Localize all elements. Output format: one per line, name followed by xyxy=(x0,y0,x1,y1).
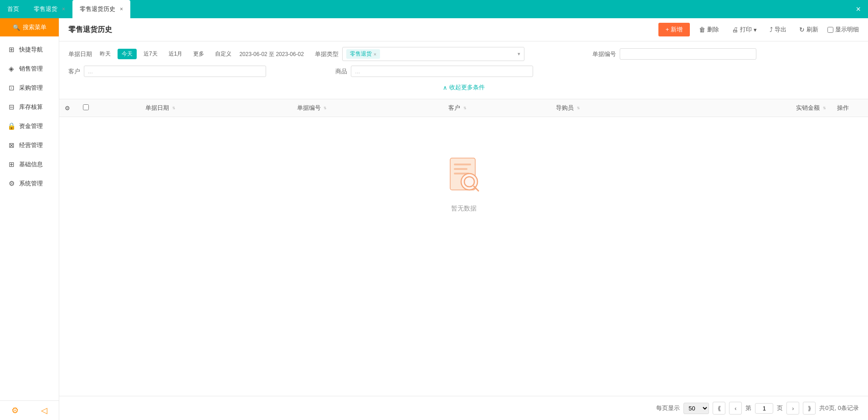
date-btn-7days[interactable]: 近7天 xyxy=(139,49,162,59)
page-header: 零售退货历史 + 新增 🗑 删除 🖨 打印 ▾ ⤴ 导出 ↻ xyxy=(59,18,868,41)
main-layout: 🔍 搜索菜单 ⊞ 快捷导航 ◈ 销售管理 ⊡ 采购管理 ⊟ 库存核算 🔒 资金 xyxy=(0,18,868,420)
doctype-filter-label: 单据类型 xyxy=(315,50,339,58)
sort-guide-icon[interactable]: ⇅ xyxy=(577,106,580,110)
tab-return-history-label: 零售退货历史 xyxy=(80,5,115,13)
date-btn-1month[interactable]: 近1月 xyxy=(164,49,187,59)
sort-customer-icon[interactable]: ⇅ xyxy=(463,106,467,110)
delete-icon: 🗑 xyxy=(699,26,705,33)
first-page-btn[interactable]: ⟪ xyxy=(713,402,725,415)
next-page-btn[interactable]: › xyxy=(786,402,799,415)
sidebar-item-purchase-label: 采购管理 xyxy=(19,84,43,92)
prev-page-btn[interactable]: ‹ xyxy=(729,402,742,415)
doctype-select-arrow: ▾ xyxy=(518,51,520,57)
tab-return-history[interactable]: 零售退货历史 × xyxy=(72,0,130,18)
refresh-button[interactable]: ↻ 刷新 xyxy=(796,24,822,36)
top-nav-close[interactable]: × xyxy=(856,5,868,14)
sidebar-item-quicknav[interactable]: ⊞ 快捷导航 xyxy=(0,40,59,59)
sidebar-search[interactable]: 🔍 搜索菜单 xyxy=(0,18,59,36)
export-label: 导出 xyxy=(775,26,786,34)
customer-select[interactable]: ... xyxy=(84,66,266,77)
quicknav-icon: ⊞ xyxy=(7,46,15,54)
goods-placeholder: ... xyxy=(355,68,360,75)
display-detail-label: 显示明细 xyxy=(835,26,859,34)
tab-return-close[interactable]: × xyxy=(62,6,65,12)
docno-input[interactable] xyxy=(620,48,756,60)
docno-filter-label: 单据编号 xyxy=(592,50,616,58)
date-range-display: 2023-06-02 至 2023-06-02 xyxy=(239,51,303,58)
th-date: 单据日期 ⇅ xyxy=(140,99,291,117)
display-detail-checkbox[interactable] xyxy=(827,27,833,33)
th-checkbox-col xyxy=(77,99,140,117)
date-btn-custom[interactable]: 自定义 xyxy=(211,49,236,59)
collapse-btn[interactable]: ∧ 收起更多条件 xyxy=(68,82,859,93)
tab-home[interactable]: 首页 xyxy=(0,0,26,18)
th-docno: 单据编号 ⇅ xyxy=(292,99,443,117)
inventory-icon: ⊟ xyxy=(7,103,15,111)
th-customer-label: 客户 xyxy=(448,104,460,111)
export-button[interactable]: ⤴ 导出 xyxy=(766,24,790,36)
page-jump-label: 第 xyxy=(745,404,751,412)
sidebar-item-purchase[interactable]: ⊡ 采购管理 xyxy=(0,78,59,97)
goods-filter-label: 商品 xyxy=(335,67,347,76)
content-area: 零售退货历史 + 新增 🗑 删除 🖨 打印 ▾ ⤴ 导出 ↻ xyxy=(59,18,868,420)
collapse-label: 收起更多条件 xyxy=(449,83,485,92)
settings-bottom-icon[interactable]: ⚙ xyxy=(11,405,19,415)
empty-text: 暂无数据 xyxy=(451,205,477,213)
sidebar-item-capital[interactable]: 🔒 资金管理 xyxy=(0,117,59,136)
print-button[interactable]: 🖨 打印 ▾ xyxy=(728,24,760,36)
sidebar-item-capital-label: 资金管理 xyxy=(19,122,43,130)
refresh-icon: ↻ xyxy=(799,26,805,33)
sidebar-bottom: ⚙ ◁ xyxy=(0,400,59,420)
doctype-tag-remove[interactable]: × xyxy=(374,51,376,57)
th-date-label: 单据日期 xyxy=(145,104,169,111)
tab-return-history-close[interactable]: × xyxy=(120,6,123,12)
select-all-checkbox[interactable] xyxy=(83,104,89,110)
sidebar-item-system[interactable]: ⚙ 系统管理 xyxy=(0,174,59,193)
doctype-select[interactable]: 零售退货 × ▾ xyxy=(342,47,524,61)
th-guide: 导购员 ⇅ xyxy=(550,99,680,117)
delete-button[interactable]: 🗑 删除 xyxy=(695,24,723,36)
top-nav: 首页 零售退货 × 零售退货历史 × × xyxy=(0,0,868,18)
date-filter-label: 单据日期 xyxy=(68,50,92,58)
sort-date-icon[interactable]: ⇅ xyxy=(172,106,175,110)
sort-amount-icon[interactable]: ⇅ xyxy=(823,106,826,110)
collapse-sidebar-icon[interactable]: ◁ xyxy=(41,405,47,415)
header-actions: + 新增 🗑 删除 🖨 打印 ▾ ⤴ 导出 ↻ 刷新 xyxy=(658,23,859,36)
sales-icon: ◈ xyxy=(7,65,15,73)
sidebar-item-basicinfo-label: 基础信息 xyxy=(19,160,43,169)
sidebar-item-inventory[interactable]: ⊟ 库存核算 xyxy=(0,97,59,117)
svg-rect-1 xyxy=(454,164,471,165)
sidebar-item-basicinfo[interactable]: ⊞ 基础信息 xyxy=(0,155,59,174)
date-btn-today[interactable]: 今天 xyxy=(118,49,137,59)
date-btn-yesterday[interactable]: 昨天 xyxy=(96,49,115,59)
system-icon: ⚙ xyxy=(7,179,15,188)
sort-docno-icon[interactable]: ⇅ xyxy=(324,106,327,110)
sidebar-item-sales-label: 销售管理 xyxy=(19,65,43,73)
page-label: 页 xyxy=(777,404,783,412)
date-btn-more[interactable]: 更多 xyxy=(189,49,208,59)
last-page-btn[interactable]: ⟫ xyxy=(803,402,816,415)
goods-select[interactable]: ... xyxy=(351,66,533,77)
tab-return[interactable]: 零售退货 × xyxy=(26,0,72,18)
customer-placeholder: ... xyxy=(88,68,93,75)
table-settings-icon[interactable]: ⚙ xyxy=(65,105,70,112)
purchase-icon: ⊡ xyxy=(7,84,15,92)
basicinfo-icon: ⊞ xyxy=(7,160,15,169)
goods-filter-item: 商品 ... xyxy=(335,66,591,77)
svg-rect-2 xyxy=(454,168,467,170)
add-button[interactable]: + 新增 xyxy=(658,23,690,36)
doctype-filter-item: 单据类型 零售退货 × ▾ xyxy=(315,47,581,61)
page-size-label: 每页显示 xyxy=(656,404,680,412)
th-guide-label: 导购员 xyxy=(556,104,574,111)
th-customer: 客户 ⇅ xyxy=(443,99,550,117)
page-num-input[interactable]: 1 xyxy=(755,403,773,414)
sidebar-item-sales[interactable]: ◈ 销售管理 xyxy=(0,59,59,78)
delete-label: 删除 xyxy=(707,26,719,34)
display-detail-toggle[interactable]: 显示明细 xyxy=(827,26,859,34)
page-size-select[interactable]: 10 20 50 100 xyxy=(683,403,709,414)
sidebar-item-operation[interactable]: ⊠ 经营管理 xyxy=(0,136,59,155)
th-amount: 实销金额 ⇅ xyxy=(680,99,832,117)
filter-row-2: 客户 ... 商品 ... xyxy=(68,66,859,77)
date-filter-item: 单据日期 昨天 今天 近7天 近1月 更多 自定义 2023-06-02 至 2… xyxy=(68,49,304,59)
sidebar-item-inventory-label: 库存核算 xyxy=(19,103,43,111)
